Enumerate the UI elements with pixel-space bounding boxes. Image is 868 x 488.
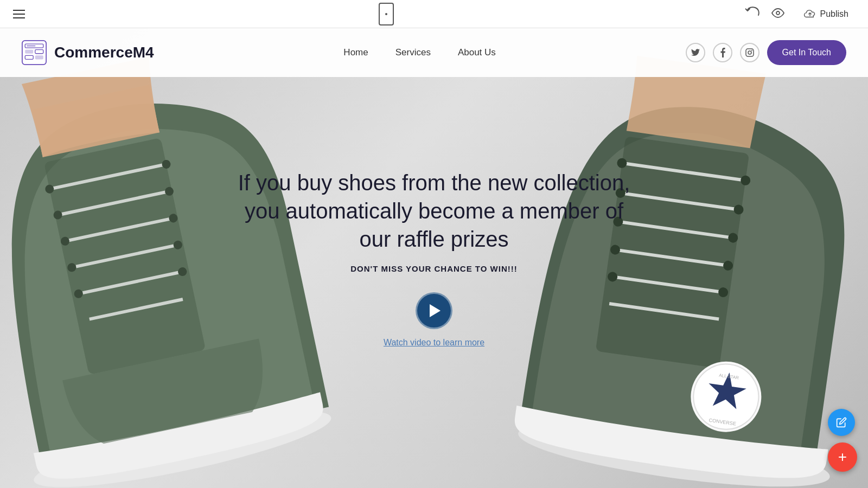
nav-about-us[interactable]: About Us <box>458 47 496 58</box>
site-navbar: CommerceM4 Home Services About Us <box>0 28 868 77</box>
nav-services[interactable]: Services <box>395 47 431 58</box>
toolbar-center <box>379 3 394 25</box>
nav-home[interactable]: Home <box>343 47 368 58</box>
site-nav-actions: Get In Touch <box>686 40 846 65</box>
toolbar-left <box>11 8 27 21</box>
svg-point-0 <box>776 11 780 15</box>
website-preview: CONVERSE ALL STAR CommerceM4 <box>0 28 868 488</box>
hero-content: If you buy shoes from the new collection… <box>231 169 637 348</box>
logo-icon <box>22 40 47 65</box>
fab-edit-button[interactable] <box>828 409 855 436</box>
fab-container: + <box>828 409 857 472</box>
site-logo: CommerceM4 <box>22 40 154 65</box>
mobile-preview-button[interactable] <box>379 3 394 25</box>
undo-icon[interactable] <box>745 7 761 21</box>
editor-toolbar: Publish <box>0 0 868 28</box>
play-icon <box>430 304 441 317</box>
toolbar-right: Publish <box>745 5 857 23</box>
twitter-button[interactable] <box>686 43 705 62</box>
video-play-button[interactable] <box>416 292 452 329</box>
hamburger-menu-icon[interactable] <box>11 8 27 21</box>
fab-add-icon: + <box>838 448 847 466</box>
svg-rect-49 <box>746 49 754 56</box>
watch-video-link[interactable]: Watch video to learn more <box>384 338 484 347</box>
hero-subheadline: DON'T MISS YOUR CHANCE TO WIN!!! <box>231 264 637 273</box>
facebook-button[interactable] <box>713 43 732 62</box>
fab-add-button[interactable]: + <box>828 442 857 472</box>
hero-headline: If you buy shoes from the new collection… <box>231 169 637 253</box>
svg-point-51 <box>751 50 752 51</box>
site-nav-links: Home Services About Us <box>343 47 495 58</box>
publish-label: Publish <box>820 9 848 19</box>
get-in-touch-button[interactable]: Get In Touch <box>767 40 846 65</box>
instagram-button[interactable] <box>740 43 760 62</box>
preview-eye-icon[interactable] <box>771 7 784 22</box>
brand-name: CommerceM4 <box>54 44 154 61</box>
publish-button[interactable]: Publish <box>795 5 857 23</box>
svg-point-50 <box>748 51 751 54</box>
svg-rect-44 <box>25 50 33 54</box>
svg-rect-47 <box>35 55 43 59</box>
